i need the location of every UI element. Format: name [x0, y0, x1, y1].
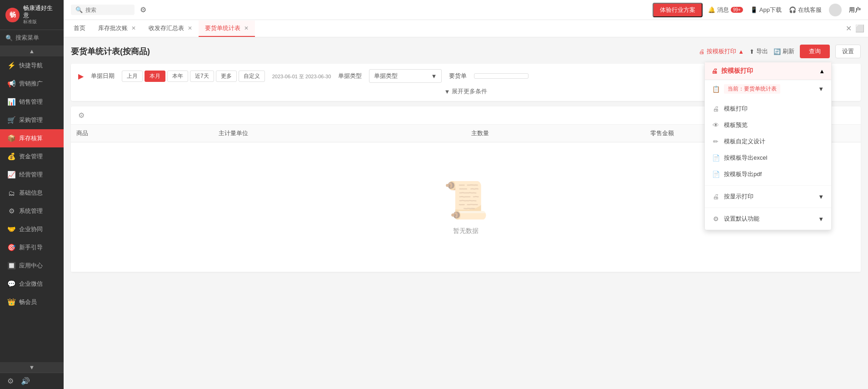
sidebar-search[interactable]: 🔍 搜索菜单	[0, 30, 64, 46]
print-dropdown-panel: 🖨 按模板打印 ▲ 📋 当前：要货单统计表 ▼ 🖨 模板打印 👁 模板预览 ✏ …	[704, 62, 832, 230]
refresh-button[interactable]: 🔄 刷新	[773, 47, 794, 56]
sidebar-item-finance[interactable]: 💰 资金管理	[0, 147, 64, 166]
th-unit: 主计量单位	[213, 125, 466, 142]
tab-collection-summary-close[interactable]: ✕	[188, 25, 192, 31]
settings-bottom-icon[interactable]: ⚙	[7, 377, 14, 385]
tab-expand-btn[interactable]: ⬜	[855, 24, 864, 33]
print-chevron-up-icon: ▲	[738, 48, 744, 55]
page-actions: 🖨 按模板打印 ▲ ⬆ 导出 🔄 刷新 查询 设置	[699, 45, 861, 58]
date-this-year-btn[interactable]: 本年	[167, 71, 188, 82]
date-this-month-btn[interactable]: 本月	[145, 71, 165, 82]
app-download-group[interactable]: 📱 App下载	[750, 6, 782, 14]
scroll-down-btn[interactable]: ▼	[0, 362, 64, 373]
customer-service-group[interactable]: 🎧 在线客服	[789, 6, 822, 14]
dropdown-set-default[interactable]: ⚙ 设置默认功能 ▼	[705, 211, 831, 227]
trial-button[interactable]: 体验行业方案	[653, 3, 703, 17]
date-last-month-btn[interactable]: 上月	[122, 71, 143, 82]
template-pdf-icon: 📄	[712, 171, 719, 178]
tab-order-stats-close[interactable]: ✕	[244, 25, 249, 31]
display-print-left: 🖨 按显示打印	[712, 192, 753, 201]
template-pdf-label: 按模板导出pdf	[724, 170, 762, 178]
sidebar-item-inventory[interactable]: 📦 库存核算	[0, 129, 64, 147]
tab-batch-account[interactable]: 库存批次账 ✕	[92, 20, 142, 37]
date-custom-btn[interactable]: 自定义	[239, 71, 265, 82]
dropdown-item-template-excel[interactable]: 📄 按模板导出excel	[705, 150, 831, 166]
customer-service-label: 在线客服	[798, 6, 822, 14]
filter-expand-icon[interactable]: ▶	[78, 72, 84, 81]
date-toggle-group: 上月 本月 本年 近7天 更多 自定义	[122, 71, 265, 82]
sidebar-item-appstore[interactable]: 🔲 应用中心	[0, 257, 64, 275]
th-product: 商品	[71, 125, 213, 142]
dropdown-current-template[interactable]: 📋 当前：要货单统计表 ▼	[705, 80, 831, 98]
system-icon: ⚙	[7, 207, 15, 215]
topbar-gear-icon[interactable]: ⚙	[140, 5, 146, 14]
tab-collection-summary[interactable]: 收发存汇总表 ✕	[142, 20, 199, 37]
sidebar-item-member[interactable]: 👑 畅会员	[0, 293, 64, 311]
marketing-icon: 📢	[7, 80, 15, 88]
topbar-search-icon: 🔍	[75, 6, 83, 13]
weixin-icon: 💬	[7, 280, 15, 288]
sidebar-search-label: 搜索菜单	[15, 34, 39, 42]
dropdown-printer-icon: 🖨	[711, 67, 718, 75]
type-chevron-down-icon: ▼	[431, 73, 437, 80]
sidebar-item-quick-nav[interactable]: ⚡ 快捷导航	[0, 56, 64, 75]
sidebar-item-sales[interactable]: 📊 销售管理	[0, 93, 64, 111]
export-label: 导出	[756, 47, 768, 56]
goods-filter-label: 要货单	[449, 72, 467, 80]
tab-home[interactable]: 首页	[67, 20, 92, 37]
date-more-btn[interactable]: 更多	[216, 71, 237, 82]
sidebar-item-system[interactable]: ⚙ 系统管理	[0, 202, 64, 220]
speaker-icon[interactable]: 🔊	[21, 377, 30, 385]
type-filter-select[interactable]: 单据类型 ▼	[369, 69, 442, 83]
user-avatar[interactable]	[829, 4, 842, 16]
set-default-label: 设置默认功能	[724, 215, 759, 223]
sidebar-item-weixin[interactable]: 💬 企业微信	[0, 275, 64, 293]
table-settings-icon[interactable]: ⚙	[78, 111, 85, 120]
template-excel-icon: 📄	[712, 154, 719, 162]
template-excel-label: 按模板导出excel	[724, 154, 767, 162]
enterprise-label: 企业协同	[19, 225, 43, 233]
notification-badge: 99+	[731, 7, 743, 13]
tab-order-stats[interactable]: 要货单统计表 ✕	[199, 20, 255, 37]
dropdown-item-template-pdf[interactable]: 📄 按模板导出pdf	[705, 166, 831, 182]
dropdown-item-template-custom[interactable]: ✏ 模板自定义设计	[705, 133, 831, 150]
template-icon: 📋	[712, 86, 719, 93]
dropdown-item-template-print[interactable]: 🖨 模板打印	[705, 101, 831, 117]
sidebar-item-operations[interactable]: 📈 经营管理	[0, 166, 64, 184]
sidebar-item-guide[interactable]: 🎯 新手引导	[0, 238, 64, 257]
sidebar-item-base[interactable]: 🗂 基础信息	[0, 184, 64, 202]
date-last-7-btn[interactable]: 近7天	[190, 71, 214, 82]
sidebar-item-purchase[interactable]: 🛒 采购管理	[0, 111, 64, 129]
sidebar-item-marketing[interactable]: 📢 营销推广	[0, 75, 64, 93]
export-icon: ⬆	[749, 48, 754, 55]
dropdown-title: 按模板打印	[721, 67, 753, 75]
set-default-icon: ⚙	[712, 215, 719, 222]
notification-label: 消息	[717, 6, 729, 14]
tab-close-window-btn[interactable]: ✕	[846, 24, 852, 33]
inventory-label: 库存核算	[19, 134, 43, 142]
topbar-search-input[interactable]	[85, 7, 131, 13]
logo-text-group: 畅康通好生意 标准版	[23, 5, 58, 25]
notification-group[interactable]: 🔔 消息 99+	[708, 6, 743, 14]
type-filter-label: 单据类型	[338, 72, 362, 80]
topbar-search-box[interactable]: 🔍	[71, 5, 135, 15]
export-button[interactable]: ⬆ 导出	[749, 47, 768, 56]
goods-filter-input[interactable]	[474, 73, 529, 79]
print-button[interactable]: 🖨 按模板打印 ▲	[699, 47, 744, 56]
dropdown-item-template-preview[interactable]: 👁 模板预览	[705, 117, 831, 133]
dropdown-section-default: ⚙ 设置默认功能 ▼	[705, 208, 831, 230]
type-select-value: 单据类型	[374, 72, 398, 80]
display-print-label: 按显示打印	[724, 192, 753, 201]
set-default-chevron-icon: ▼	[818, 216, 824, 222]
scroll-up-btn[interactable]: ▲	[0, 46, 64, 56]
purchase-label: 采购管理	[19, 116, 43, 124]
expand-label: 展开更多条件	[452, 87, 487, 96]
dropdown-header[interactable]: 🖨 按模板打印 ▲	[705, 62, 831, 80]
settings-button[interactable]: 设置	[835, 45, 861, 58]
dropdown-display-print[interactable]: 🖨 按显示打印 ▼	[705, 188, 831, 205]
query-button[interactable]: 查询	[800, 45, 830, 58]
sidebar-item-enterprise[interactable]: 🤝 企业协同	[0, 220, 64, 238]
tab-batch-account-close[interactable]: ✕	[131, 25, 136, 31]
tabbar-resize-group: ✕ ⬜	[846, 24, 864, 33]
tab-order-stats-label: 要货单统计表	[205, 24, 240, 32]
